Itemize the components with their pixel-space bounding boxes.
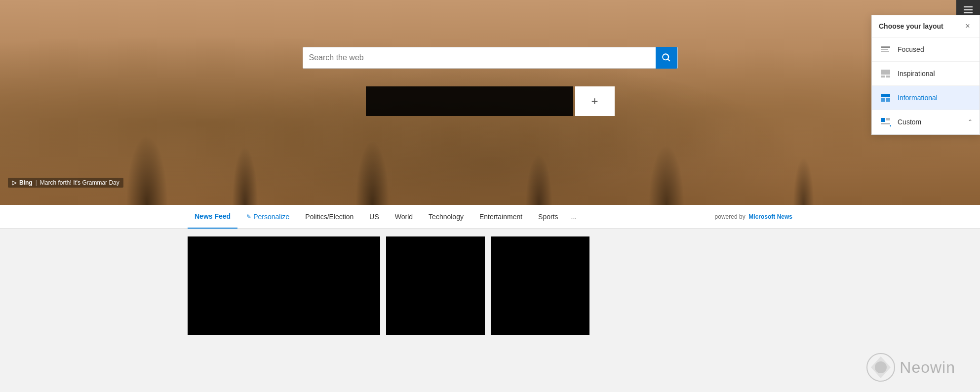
svg-rect-12 — [886, 118, 890, 120]
layout-option-inspirational[interactable]: Inspirational — [872, 62, 980, 86]
shortcut-tile-1[interactable] — [366, 86, 573, 116]
microsoft-news-link[interactable]: Microsoft News — [748, 213, 792, 220]
hero-section: + ▷ Bing | March forth! It's Grammar Day — [0, 0, 980, 205]
bing-separator: | — [36, 179, 37, 186]
layout-panel-title: Choose your layout — [879, 22, 943, 30]
inspirational-layout-icon — [879, 67, 893, 80]
powered-by-label: powered by Microsoft News — [715, 213, 792, 220]
custom-layout-icon — [879, 115, 893, 129]
bing-watermark: ▷ Bing | March forth! It's Grammar Day — [8, 178, 123, 188]
svg-rect-2 — [881, 46, 890, 48]
tab-technology[interactable]: Technology — [422, 205, 470, 229]
svg-rect-7 — [886, 76, 890, 78]
news-tabs: News Feed ✎ Personalize Politics/Electio… — [0, 205, 980, 229]
neowin-text-label: Neowin — [900, 358, 955, 377]
shortcuts-area: + — [366, 86, 615, 116]
layout-panel: Choose your layout × Focused Inspiration… — [871, 15, 980, 135]
tab-personalize[interactable]: ✎ Personalize — [239, 205, 296, 229]
layout-option-focused[interactable]: Focused — [872, 38, 980, 62]
search-button[interactable] — [656, 47, 677, 69]
tab-world[interactable]: World — [388, 205, 420, 229]
svg-rect-11 — [881, 118, 885, 122]
news-section: News Feed ✎ Personalize Politics/Electio… — [0, 205, 980, 392]
layout-panel-header: Choose your layout × — [872, 15, 980, 38]
layout-option-informational[interactable]: Informational — [872, 86, 980, 110]
neowin-logo: Neowin — [866, 353, 955, 382]
svg-rect-13 — [881, 123, 890, 124]
custom-chevron-icon: ⌃ — [968, 118, 973, 125]
hamburger-line-2 — [964, 9, 973, 10]
svg-rect-5 — [881, 70, 890, 75]
add-shortcut-button[interactable]: + — [575, 86, 615, 116]
informational-label: Informational — [898, 94, 973, 102]
pencil-icon: ✎ — [246, 213, 251, 220]
tab-news-feed[interactable]: News Feed — [188, 205, 237, 229]
tab-us[interactable]: US — [362, 205, 386, 229]
search-container — [303, 47, 678, 69]
inspirational-label: Inspirational — [898, 70, 973, 78]
svg-rect-10 — [886, 98, 890, 102]
svg-rect-3 — [881, 49, 888, 50]
svg-rect-9 — [881, 98, 885, 102]
informational-layout-icon — [879, 91, 893, 105]
news-cards-container — [0, 229, 980, 343]
tab-sports[interactable]: Sports — [531, 205, 565, 229]
news-card-2[interactable] — [386, 236, 485, 335]
search-input[interactable] — [309, 53, 656, 62]
close-layout-panel-button[interactable]: × — [963, 21, 973, 31]
svg-point-1 — [875, 361, 887, 373]
layout-option-custom[interactable]: Custom ⌃ — [872, 110, 980, 134]
tab-politics[interactable]: Politics/Election — [298, 205, 360, 229]
tabs-list: News Feed ✎ Personalize Politics/Electio… — [188, 205, 581, 229]
search-bar — [303, 47, 678, 69]
tab-more-button[interactable]: ... — [567, 205, 581, 229]
custom-label: Custom — [898, 118, 963, 126]
neowin-symbol-icon — [866, 353, 896, 382]
focused-label: Focused — [898, 45, 973, 53]
tab-entertainment[interactable]: Entertainment — [472, 205, 529, 229]
hamburger-line-3 — [964, 12, 973, 13]
news-card-1[interactable] — [188, 236, 380, 335]
focused-layout-icon — [879, 42, 893, 56]
svg-rect-8 — [881, 94, 890, 97]
svg-rect-6 — [881, 76, 885, 78]
bing-label: Bing — [19, 179, 33, 186]
bing-logo-icon: ▷ — [12, 179, 16, 186]
news-card-3[interactable] — [491, 236, 589, 335]
top-bar — [0, 0, 980, 20]
hamburger-line-1 — [964, 6, 973, 7]
bing-caption: March forth! It's Grammar Day — [40, 179, 119, 186]
svg-rect-4 — [881, 51, 889, 52]
